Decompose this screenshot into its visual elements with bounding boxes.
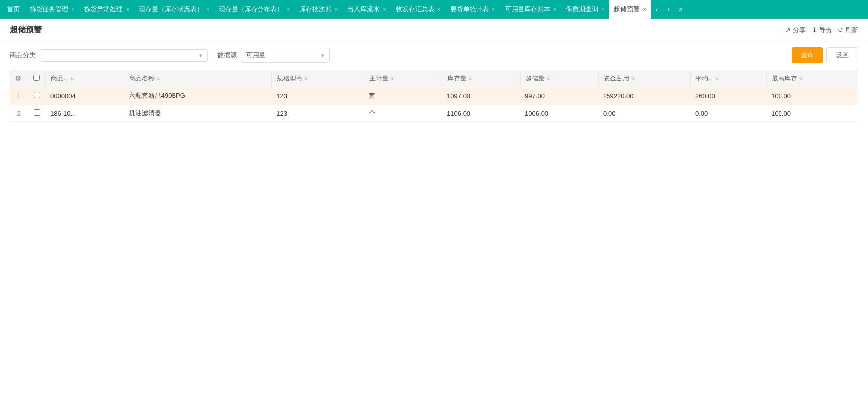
row-number: 1 (10, 87, 28, 105)
cell-capital: 259220.00 (598, 87, 691, 105)
setting-button[interactable]: 设置 (826, 47, 858, 63)
cell-over-stock: 997.00 (520, 87, 598, 105)
cell-max-stock: 100.00 (766, 105, 858, 122)
nav-item-6[interactable]: 出入库流水 × (343, 0, 391, 19)
chevron-down-icon-2: ▾ (321, 52, 324, 59)
nav-arrow-left[interactable]: ‹ (651, 0, 663, 19)
sort-icon-stock: ⇅ (468, 76, 472, 81)
th-product-code-label: 商品... (51, 74, 69, 83)
row-checkbox[interactable] (34, 109, 40, 116)
close-icon-7[interactable]: × (437, 6, 440, 12)
nav-arrow-more[interactable]: × (675, 0, 687, 19)
datasource-label: 数据源 (217, 51, 237, 60)
nav-label-3: 现存量（库存状况表） (139, 5, 203, 14)
close-icon-5[interactable]: × (335, 6, 338, 12)
cell-stock: 1106.00 (442, 105, 520, 122)
export-icon: ⬇ (812, 26, 817, 34)
category-select[interactable]: ▾ (40, 49, 208, 62)
filter-buttons: 查询 设置 (792, 47, 858, 63)
sort-icon-spec: ⇅ (304, 76, 308, 81)
th-capital-label: 资金占用 (604, 74, 629, 83)
cell-avg: 0.00 (691, 105, 766, 122)
close-icon-8[interactable]: × (492, 6, 495, 12)
sort-icon-avg: ⇅ (715, 76, 719, 81)
share-button[interactable]: ↗ 分享 (785, 26, 806, 35)
table-row: 2 186-10... 机油滤清器 123 个 1106.00 1006.00 … (10, 105, 858, 122)
table-body: 1 0000004 六配套新昌490BPG 123 套 1097.00 997.… (10, 87, 858, 122)
th-product-name[interactable]: 商品名称 ⇅ (124, 70, 272, 87)
close-icon-1[interactable]: × (71, 6, 74, 12)
row-checkbox-cell (28, 87, 45, 105)
nav-item-1[interactable]: 拣货任务管理 × (25, 0, 79, 19)
gear-icon[interactable]: ⚙ (15, 74, 21, 82)
nav-item-10[interactable]: 保质期查询 × (561, 0, 609, 19)
close-icon-10[interactable]: × (601, 6, 604, 12)
cell-stock: 1097.00 (442, 87, 520, 105)
nav-label-4: 现存量（库存分布表） (219, 5, 283, 14)
nav-arrow-right[interactable]: › (663, 0, 675, 19)
th-stock[interactable]: 库存量 ⇅ (442, 70, 520, 87)
cell-avg: 260.00 (691, 87, 766, 105)
close-icon-6[interactable]: × (383, 6, 386, 12)
th-spec-label: 规格型号 (277, 74, 303, 83)
close-icon-3[interactable]: × (206, 6, 209, 12)
nav-label-6: 出入库流水 (347, 5, 380, 14)
cell-unit: 套 (364, 87, 442, 105)
close-icon-9[interactable]: × (553, 6, 556, 12)
cell-spec: 123 (271, 87, 364, 105)
table-header-row: ⚙ 商品... ⇅ 商品名称 ⇅ (10, 70, 858, 87)
page-content: 超储预警 ↗ 分享 ⬇ 导出 ↺ 刷新 商品分类 ▾ 数据源 (0, 19, 868, 395)
th-max-stock[interactable]: 最高库存 ⇅ (766, 70, 858, 87)
nav-item-home[interactable]: 首页 (2, 0, 25, 19)
row-checkbox[interactable] (34, 92, 40, 98)
refresh-button[interactable]: ↺ 刷新 (838, 26, 858, 35)
refresh-label: 刷新 (845, 26, 858, 35)
datasource-select[interactable]: 可用量 ▾ (241, 48, 330, 63)
sort-icon-over-stock: ⇅ (546, 76, 550, 81)
nav-item-5[interactable]: 库存批次账 × (295, 0, 343, 19)
filter-group-datasource: 数据源 可用量 ▾ (217, 48, 330, 63)
nav-item-3[interactable]: 现存量（库存状况表） × (134, 0, 214, 19)
select-all-checkbox[interactable] (33, 75, 40, 81)
sort-icon-capital: ⇅ (631, 76, 635, 81)
query-button[interactable]: 查询 (792, 47, 823, 63)
header-actions: ↗ 分享 ⬇ 导出 ↺ 刷新 (785, 26, 858, 35)
th-product-code[interactable]: 商品... ⇅ (45, 70, 124, 87)
th-avg-label: 平均... (695, 74, 714, 83)
cell-capital: 0.00 (598, 105, 691, 122)
th-gear[interactable]: ⚙ (10, 70, 28, 87)
th-max-stock-label: 最高库存 (772, 74, 797, 83)
th-unit[interactable]: 主计量 ⇅ (364, 70, 442, 87)
nav-label-1: 拣货任务管理 (30, 5, 68, 14)
page-header: 超储预警 ↗ 分享 ⬇ 导出 ↺ 刷新 (0, 19, 868, 40)
cell-spec: 123 (271, 105, 364, 122)
table-row: 1 0000004 六配套新昌490BPG 123 套 1097.00 997.… (10, 87, 858, 105)
filter-area: 商品分类 ▾ 数据源 可用量 ▾ 查询 设置 (0, 40, 868, 70)
nav-label-9: 可用量库存账本 (505, 5, 550, 14)
close-icon-2[interactable]: × (126, 6, 129, 12)
nav-item-2[interactable]: 拣货异常处理 × (79, 0, 133, 19)
chevron-down-icon: ▾ (199, 52, 202, 59)
nav-item-7[interactable]: 收发存汇总表 × (391, 0, 445, 19)
nav-label-8: 要货单统计表 (450, 5, 489, 14)
nav-bar: 首页 拣货任务管理 × 拣货异常处理 × 现存量（库存状况表） × 现存量（库存… (0, 0, 868, 19)
th-over-stock[interactable]: 超储量 ⇅ (520, 70, 598, 87)
page-title: 超储预警 (10, 25, 42, 35)
row-checkbox-cell (28, 105, 45, 122)
nav-item-11[interactable]: 超储预警 × (609, 0, 651, 19)
export-button[interactable]: ⬇ 导出 (812, 26, 832, 35)
th-avg[interactable]: 平均... ⇅ (691, 70, 766, 87)
th-spec[interactable]: 规格型号 ⇅ (271, 70, 364, 87)
sort-icon-max-stock: ⇅ (799, 76, 803, 81)
sort-icon-code: ⇅ (70, 76, 74, 81)
datasource-value: 可用量 (246, 51, 265, 60)
th-capital[interactable]: 资金占用 ⇅ (598, 70, 691, 87)
nav-item-4[interactable]: 现存量（库存分布表） × (214, 0, 294, 19)
nav-item-9[interactable]: 可用量库存账本 × (500, 0, 561, 19)
cell-product-code: 0000004 (45, 87, 124, 105)
sort-icon-unit: ⇅ (390, 76, 394, 81)
close-icon-4[interactable]: × (286, 6, 289, 12)
close-icon-11[interactable]: × (643, 6, 646, 12)
th-product-name-label: 商品名称 (129, 74, 155, 83)
nav-item-8[interactable]: 要货单统计表 × (445, 0, 500, 19)
